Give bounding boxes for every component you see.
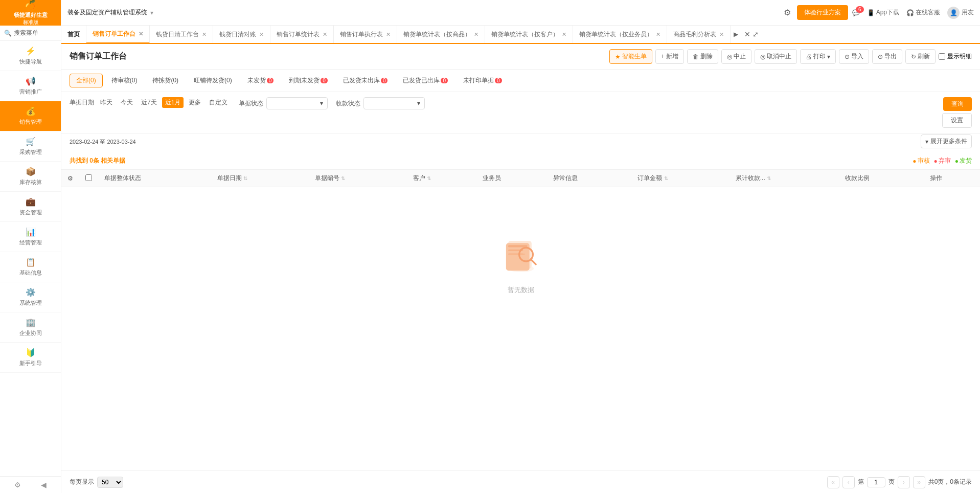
add-button[interactable]: + 新增 (655, 49, 684, 64)
sidebar-item-sales[interactable]: 💰 销售管理 (0, 101, 61, 131)
tab-sales-order-workspace[interactable]: 销售订单工作台 ✕ (86, 26, 150, 43)
col-customer[interactable]: 客户 ⇅ (407, 170, 476, 187)
query-button[interactable]: 查询 (943, 97, 972, 111)
sidebar: 🍊 畅捷通好生意 标准版 🔍 搜索菜单 ⚡ 快捷导航 📢 营销推广 💰 销售管理… (0, 0, 61, 493)
tab-sales-sum-customer[interactable]: 销货单统计表（按客户） ✕ (485, 26, 573, 43)
page-input[interactable] (867, 477, 885, 487)
sidebar-item-base-info[interactable]: 📋 基础信息 (0, 252, 61, 282)
page-size-select[interactable]: 10 20 50 100 (97, 477, 123, 488)
tab-sales-sum-product[interactable]: 销货单统计表（按商品） ✕ (397, 26, 485, 43)
subtab-pending-review[interactable]: 待审核(0) (105, 74, 144, 87)
ship-action-link[interactable]: ● 发货 (955, 156, 972, 165)
subtab-wangpu[interactable]: 旺铺待发货(0) (187, 74, 239, 87)
export-button[interactable]: ⊙ 导出 (872, 49, 902, 64)
col-number[interactable]: 单据编号 ⇅ (309, 170, 407, 187)
tab-gross-margin[interactable]: 商品毛利分析表 ✕ (667, 26, 731, 43)
tab-close-icon[interactable]: ✕ (719, 31, 724, 38)
maximize-tab-icon[interactable]: ⤢ (753, 30, 759, 38)
close-tab-icon[interactable]: ✕ (744, 30, 750, 38)
col-settings[interactable]: ⚙ (61, 170, 79, 187)
cancel-suspend-button[interactable]: ◎ 取消中止 (755, 49, 797, 64)
first-page-button[interactable]: « (827, 476, 839, 488)
sidebar-item-quick[interactable]: ⚡ 快捷导航 (0, 41, 61, 71)
col-staff: 业务员 (476, 170, 547, 187)
sidebar-item-marketing[interactable]: 📢 营销推广 (0, 71, 61, 101)
show-detail-checkbox[interactable] (939, 53, 945, 60)
online-service-link[interactable]: 🎧 在线客服 (906, 8, 940, 17)
status-label: 单据状态 (239, 99, 263, 108)
tab-close-icon[interactable]: ✕ (323, 31, 327, 38)
tab-close-icon[interactable]: ✕ (562, 31, 566, 38)
tab-label: 销售订单执行表 (340, 30, 383, 39)
reject-action-link[interactable]: ● 弃审 (934, 156, 951, 165)
tab-home[interactable]: 首页 (61, 26, 86, 43)
expand-btn[interactable]: ▾ 展开更多条件 (921, 135, 972, 148)
tab-cash-daily[interactable]: 钱货日清工作台 ✕ (150, 26, 213, 43)
print-button[interactable]: 🖨 打印 ▾ (800, 49, 836, 64)
notification-area[interactable]: 💬 6 (852, 9, 860, 16)
collapse-icon[interactable]: ◀ (41, 481, 47, 489)
tab-cash-reconcile[interactable]: 钱货日清对账 ✕ (213, 26, 270, 43)
settings-gear-icon[interactable]: ⚙ (784, 8, 791, 17)
last-page-button[interactable]: » (913, 476, 925, 488)
sidebar-item-system[interactable]: ⚙️ 系统管理 (0, 282, 61, 312)
date-opt-more[interactable]: 更多 (186, 97, 204, 108)
next-page-button[interactable]: › (898, 476, 910, 488)
user-area[interactable]: 👤 用友 (947, 7, 974, 19)
app-download-label: App下载 (876, 8, 899, 17)
subtab-not-shipped[interactable]: 未发货0 (241, 74, 281, 87)
suspend-button[interactable]: ◎ 中止 (721, 49, 751, 64)
smart-gen-button[interactable]: ★ 智能生单 (609, 49, 652, 64)
main-area: 装备及固定资产辅助管理系统 ▾ ⚙ 体验行业方案 💬 6 📱 App下载 🎧 在… (61, 0, 980, 493)
tab-close-icon[interactable]: ✕ (202, 31, 207, 38)
col-date[interactable]: 单据日期 ⇅ (211, 170, 309, 187)
topbar-dropdown-icon[interactable]: ▾ (150, 9, 153, 16)
tab-close-icon[interactable]: ✕ (386, 31, 391, 38)
subtab-not-printed[interactable]: 未打印单据0 (457, 74, 509, 87)
tab-sales-stat[interactable]: 销售订单统计表 ✕ (270, 26, 334, 43)
payment-select[interactable]: ▾ (363, 97, 425, 109)
select-all-checkbox[interactable] (85, 174, 92, 181)
subtab-shipped-not-out[interactable]: 已发货未出库0 (336, 74, 395, 87)
settings-icon[interactable]: ⚙ (14, 481, 21, 489)
tab-sales-exec[interactable]: 销售订单执行表 ✕ (334, 26, 397, 43)
tab-close-icon[interactable]: ✕ (656, 31, 660, 38)
import-button[interactable]: ⊙ 导入 (839, 49, 869, 64)
subtab-pending-pick[interactable]: 待拣货(0) (146, 74, 185, 87)
sidebar-item-label: 资金管理 (19, 209, 42, 216)
sidebar-search[interactable]: 🔍 搜索菜单 (0, 26, 61, 41)
sidebar-item-purchase[interactable]: 🛒 采购管理 (0, 131, 61, 162)
set-button[interactable]: 设置 (942, 113, 972, 128)
prev-page-button[interactable]: ‹ (842, 476, 855, 488)
date-opt-7days[interactable]: 近7天 (138, 97, 160, 108)
subtab-all[interactable]: 全部(0) (70, 74, 103, 87)
review-action-link[interactable]: ● 审核 (913, 156, 929, 165)
sidebar-item-enterprise[interactable]: 🏢 企业协同 (0, 312, 61, 343)
date-opt-1month[interactable]: 近1月 (162, 97, 184, 108)
status-select[interactable]: ▾ (266, 97, 328, 109)
tab-close-icon[interactable]: ✕ (474, 31, 478, 38)
subtab-all-count: 0 (90, 77, 94, 84)
industry-plan-button[interactable]: 体验行业方案 (797, 5, 848, 20)
more-tabs-icon: ▶ (734, 31, 738, 38)
date-opt-custom[interactable]: 自定义 (206, 97, 231, 108)
sidebar-item-guide[interactable]: 🔰 新手引导 (0, 343, 61, 373)
subtab-overdue[interactable]: 到期未发货0 (282, 74, 334, 87)
tab-nav-more[interactable]: ▶ (731, 31, 741, 38)
tab-sales-sum-staff[interactable]: 销货单统计表（按业务员） ✕ (573, 26, 667, 43)
sidebar-item-operations[interactable]: 📊 经营管理 (0, 222, 61, 252)
tab-close-icon[interactable]: ✕ (259, 31, 264, 38)
col-amount[interactable]: 订单金额 ⇅ (631, 170, 730, 187)
sidebar-item-inventory[interactable]: 📦 库存核算 (0, 162, 61, 192)
sidebar-item-finance[interactable]: 💼 资金管理 (0, 192, 61, 222)
subtab-shipped-out[interactable]: 已发货已出库0 (396, 74, 454, 87)
refresh-button[interactable]: ↻ 刷新 (905, 49, 936, 64)
col-collected[interactable]: 累计收款... ⇅ (730, 170, 839, 187)
stats-total-label: 共找到 (70, 157, 88, 164)
show-detail-checkbox-area[interactable]: 显示明细 (939, 52, 972, 61)
delete-button[interactable]: 🗑 删除 (687, 49, 718, 64)
date-opt-today[interactable]: 今天 (118, 97, 136, 108)
tab-close-icon[interactable]: ✕ (139, 31, 143, 37)
date-opt-yesterday[interactable]: 昨天 (97, 97, 116, 108)
app-download-link[interactable]: 📱 App下载 (867, 8, 899, 17)
